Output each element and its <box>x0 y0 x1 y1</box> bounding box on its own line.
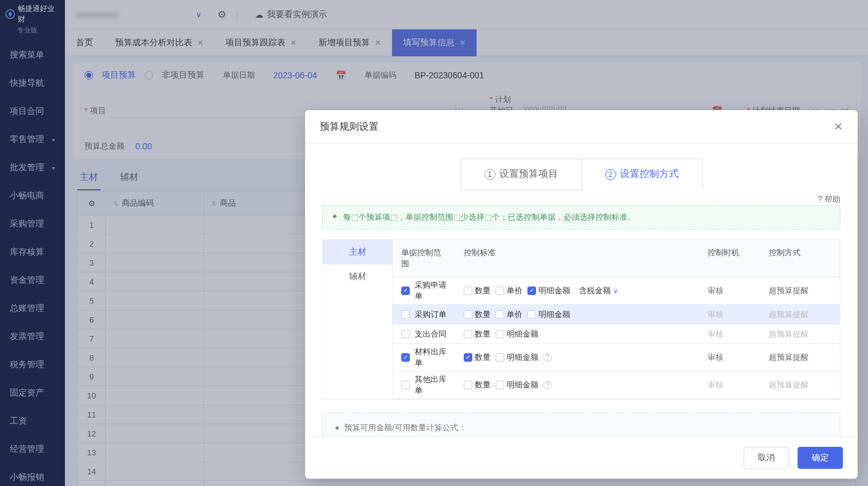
doc-checkbox[interactable] <box>401 381 410 389</box>
modal-footer: 取消 确定 <box>305 436 858 479</box>
std-checkbox[interactable] <box>527 286 536 295</box>
rth-standard: 控制标准 <box>455 240 699 277</box>
confirm-button[interactable]: 确定 <box>798 447 843 469</box>
modal-title: 预算规则设置 <box>320 121 379 133</box>
doc-checkbox[interactable] <box>401 310 410 319</box>
lightbulb-icon: ✦ <box>331 212 338 223</box>
rule-side-aux[interactable]: 辅材 <box>323 264 392 289</box>
rule-table-header: 单据控制范围 控制标准 控制时机 控制方式 <box>393 240 840 277</box>
rth-scope: 单据控制范围 <box>393 240 455 277</box>
budget-rule-modal: 预算规则设置 ✕ 1设置预算项目 2设置控制方式 ?帮助 ✦ 每⬚个预算项⬚，单… <box>305 110 858 479</box>
hint-box: ✦ 每⬚个预算项⬚，单据控制范围⬚少选择⬚个；已选控制单据，必须选择控制标准。 <box>322 205 840 230</box>
doc-checkbox[interactable] <box>401 286 410 295</box>
help-link[interactable]: ?帮助 <box>818 194 840 205</box>
step-tab-1[interactable]: 1设置预算项目 <box>461 159 581 190</box>
rule-table: 单据控制范围 控制标准 控制时机 控制方式 采购申请单数量单价明细金额含税金额∨… <box>393 240 840 399</box>
rule-area: 主材 辅材 单据控制范围 控制标准 控制时机 控制方式 采购申请单数量单价明细金… <box>322 239 840 400</box>
std-checkbox[interactable] <box>464 310 472 319</box>
rule-row-2: 支出合同数量明细金额审核超预算提醒 <box>393 324 840 344</box>
hint-text: 每⬚个预算项⬚，单据控制范围⬚少选择⬚个；已选控制单据，必须选择控制标准。 <box>343 212 635 223</box>
std-checkbox[interactable] <box>464 353 472 362</box>
rth-mode: 控制方式 <box>760 240 840 277</box>
rule-row-1: 采购订单数量单价明细金额审核超预算提醒 <box>393 305 840 324</box>
rule-row-3: 材料出库单数量明细金额?审核超预算提醒 <box>393 344 840 372</box>
rule-row-0: 采购申请单数量单价明细金额含税金额∨审核超预算提醒 <box>393 277 840 305</box>
doc-checkbox[interactable] <box>401 353 410 362</box>
step-tabs: 1设置预算项目 2设置控制方式 <box>322 159 840 190</box>
std-checkbox[interactable] <box>527 310 536 319</box>
std-checkbox[interactable] <box>496 353 504 362</box>
chevron-down-icon[interactable]: ∨ <box>613 287 618 294</box>
std-checkbox[interactable] <box>496 286 504 295</box>
std-checkbox[interactable] <box>496 330 504 338</box>
doc-checkbox[interactable] <box>401 330 410 338</box>
lightbulb-icon: ✦ <box>334 424 341 433</box>
rth-timing: 控制时机 <box>699 240 760 277</box>
modal-header: 预算规则设置 ✕ <box>305 110 858 144</box>
help-icon[interactable]: ? <box>543 353 552 362</box>
step-tab-2[interactable]: 2设置控制方式 <box>581 159 703 190</box>
std-checkbox[interactable] <box>496 381 504 389</box>
std-checkbox[interactable] <box>464 286 472 295</box>
rule-row-4: 其他出库单数量明细金额?审核超预算提醒 <box>393 372 840 399</box>
std-checkbox[interactable] <box>496 310 504 319</box>
help-icon: ? <box>818 194 822 205</box>
rule-side-tabs: 主材 辅材 <box>323 240 393 399</box>
rule-side-main[interactable]: 主材 <box>323 240 392 264</box>
std-checkbox[interactable] <box>464 381 472 389</box>
cancel-button[interactable]: 取消 <box>744 447 789 469</box>
formula-title: ✦预算可用金额/可用数量计算公式： <box>334 422 829 433</box>
help-icon[interactable]: ? <box>543 381 552 389</box>
modal-body: 1设置预算项目 2设置控制方式 ?帮助 ✦ 每⬚个预算项⬚，单据控制范围⬚少选择… <box>305 144 858 436</box>
modal-close-icon[interactable]: ✕ <box>834 120 843 133</box>
std-checkbox[interactable] <box>464 330 472 338</box>
formula-box: ✦预算可用金额/可用数量计算公式： 材料采购预算：可用预算数 = 预算数 - 占… <box>322 412 840 436</box>
